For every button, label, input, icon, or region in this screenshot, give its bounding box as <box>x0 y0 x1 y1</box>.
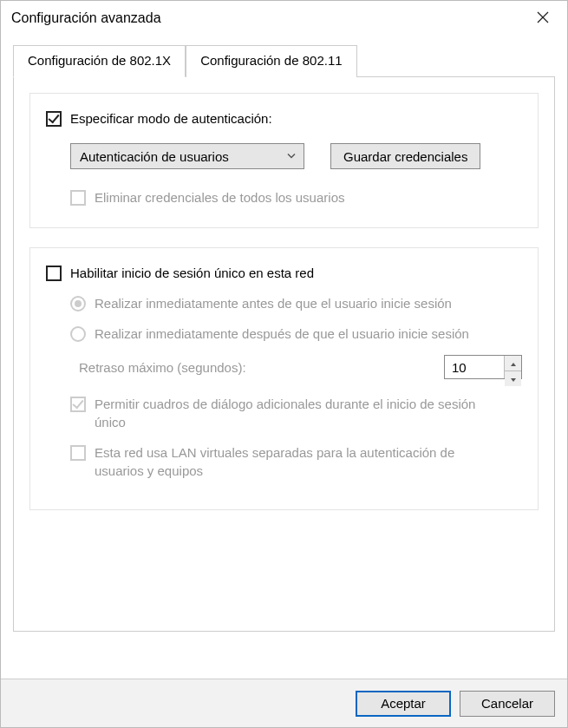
label-allow-dialogs: Permitir cuadros de diálogo adicionales … <box>95 395 493 431</box>
group-sso: Habilitar inicio de sesión único en esta… <box>29 247 539 510</box>
dialog-window: Configuración avanzada Configuración de … <box>0 0 568 728</box>
window-title: Configuración avanzada <box>11 10 161 26</box>
svg-marker-3 <box>511 378 516 382</box>
titlebar: Configuración avanzada <box>1 1 567 36</box>
close-button[interactable] <box>524 4 562 32</box>
radio-sso-after <box>70 326 86 342</box>
dialog-footer: Aceptar Cancelar <box>1 679 567 727</box>
checkbox-enable-sso[interactable] <box>46 266 62 281</box>
cancel-button[interactable]: Cancelar <box>460 691 555 717</box>
checkbox-delete-credentials <box>70 190 86 206</box>
caret-up-icon <box>510 356 517 371</box>
dropdown-auth-mode-value: Autenticación de usuarios <box>80 149 229 164</box>
content-area: Configuración de 802.1X Configuración de… <box>1 36 567 679</box>
tab-strip: Configuración de 802.1X Configuración de… <box>13 44 555 76</box>
label-enable-sso: Habilitar inicio de sesión único en esta… <box>70 264 314 282</box>
label-specify-auth-mode: Especificar modo de autenticación: <box>70 109 272 128</box>
spinner-max-delay-value[interactable]: 10 <box>445 356 504 378</box>
checkbox-specify-auth-mode[interactable] <box>46 111 62 127</box>
spinner-max-delay[interactable]: 10 <box>444 355 522 379</box>
spinner-buttons <box>504 356 521 378</box>
radio-sso-before <box>70 296 86 312</box>
caret-down-icon <box>510 371 517 386</box>
ok-button[interactable]: Aceptar <box>356 691 451 717</box>
close-icon <box>537 11 549 26</box>
tab-80211[interactable]: Configuración de 802.11 <box>186 45 356 77</box>
label-sso-after: Realizar inmediatamente después de que e… <box>95 325 469 343</box>
label-vlan: Esta red usa LAN virtuales separadas par… <box>95 443 459 480</box>
label-sso-before: Realizar inmediatamente antes de que el … <box>95 294 452 312</box>
save-credentials-button[interactable]: Guardar credenciales <box>330 143 480 169</box>
dropdown-auth-mode[interactable]: Autenticación de usuarios <box>70 143 304 169</box>
checkbox-allow-dialogs <box>70 397 86 412</box>
tab-8021x[interactable]: Configuración de 802.1X <box>13 45 186 77</box>
chevron-down-icon <box>286 149 297 164</box>
tab-panel-8021x: Especificar modo de autenticación: Auten… <box>13 76 555 632</box>
spinner-up-button[interactable] <box>505 356 521 371</box>
label-delete-credentials: Eliminar credenciales de todos los usuar… <box>95 188 344 207</box>
checkbox-vlan <box>70 445 86 461</box>
group-auth-mode: Especificar modo de autenticación: Auten… <box>29 93 539 228</box>
svg-marker-2 <box>511 363 516 366</box>
spinner-down-button[interactable] <box>505 371 521 386</box>
label-max-delay: Retraso máximo (segundos): <box>79 360 246 375</box>
